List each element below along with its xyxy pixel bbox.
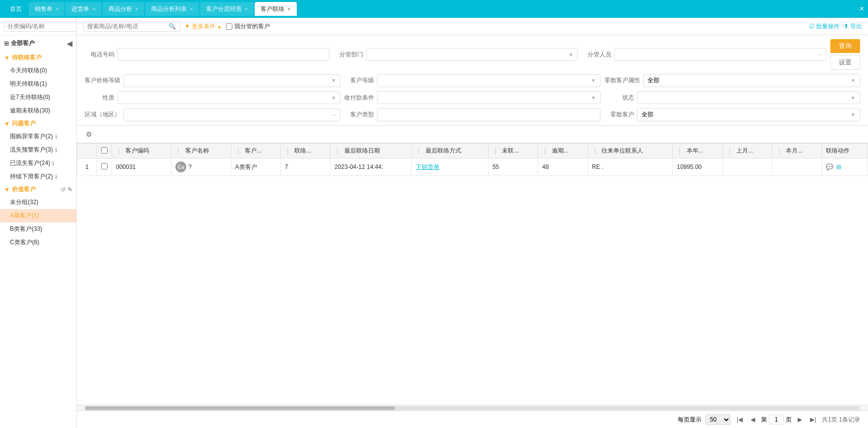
tab-sales[interactable]: 销售单 × [29, 2, 64, 16]
sidebar-item-a-class[interactable]: A类客户(1) [0, 209, 76, 222]
col-drag-code: ⋮ [116, 147, 122, 154]
all-customers-label: 全部客户 [11, 39, 35, 48]
sidebar-collapse-icon[interactable]: ◀ [67, 40, 72, 48]
sidebar-item-loss-warning[interactable]: 流失预警客户(3) ℹ [0, 143, 76, 157]
col-overdue-label: 逾期... [552, 147, 569, 154]
sidebar-item-overdue-contact[interactable]: 逾期未联络(30) [0, 104, 76, 117]
filter-phone: 电话号码 [85, 48, 329, 61]
col-drag-lmonth: ⋮ [727, 147, 733, 154]
price-level-input[interactable]: ▼ [123, 74, 340, 87]
export-btn[interactable]: ⬆ 导出 [844, 22, 862, 31]
sidebar-search-input[interactable] [4, 21, 77, 32]
sidebar-search-area: 🔍 [0, 18, 76, 35]
sidebar-section-pending[interactable]: ▼ 待联络客户 [0, 52, 76, 64]
row-checkbox-1[interactable] [97, 159, 112, 176]
dept-input[interactable]: ▼ [366, 48, 578, 61]
tab-product-analysis-close[interactable]: × [135, 6, 138, 12]
tab-product-analysis-list-label: 商品分析列表 [151, 5, 187, 13]
tab-product-analysis-list-close[interactable]: × [190, 6, 193, 12]
tab-product-analysis[interactable]: 商品分析 × [103, 2, 144, 16]
person-input[interactable]: ··· [614, 48, 826, 61]
tab-home[interactable]: 首页 [4, 2, 28, 16]
tab-customer-contact-close[interactable]: × [287, 6, 290, 12]
setting-button[interactable]: 设置 [830, 55, 860, 70]
qr-icon-1[interactable]: ⊞ [836, 163, 841, 170]
table-area[interactable]: ⋮ 客户编码 ⋮ 客户名称 ⋮ 客户... ⋮ [77, 143, 868, 405]
row-num-1: 1 [77, 159, 97, 176]
nature-input[interactable]: ▼ [117, 91, 340, 104]
my-customers-label: 我分管的客户 [234, 22, 270, 31]
sidebar-item-today[interactable]: 今天待联络(0) [0, 64, 76, 77]
tab-sales-close[interactable]: × [55, 6, 58, 12]
query-button[interactable]: 查询 [830, 39, 860, 53]
my-customers-checkbox[interactable] [226, 23, 232, 30]
batch-op-btn[interactable]: ☑ 批量操作 [809, 22, 840, 31]
select-all-checkbox[interactable] [101, 147, 108, 154]
sidebar-item-abnormal-stock[interactable]: 囤购异常客户(2) ℹ [0, 130, 76, 143]
tab-customer-tier-close[interactable]: × [245, 6, 248, 12]
tab-purchase[interactable]: 进货单 × [65, 2, 101, 16]
tab-product-analysis-list[interactable]: 商品分析列表 × [145, 2, 199, 16]
edit-icon[interactable]: ✎ [67, 186, 72, 193]
row-this-year-1: 10995.00 [673, 159, 722, 176]
status-input[interactable]: ▼ [637, 91, 860, 104]
filter-actions: 查询 设置 [830, 39, 860, 70]
sidebar-item-7days[interactable]: 近7天待联络(0) [0, 91, 76, 104]
chevron-icon: ▲ [217, 24, 222, 29]
sidebar-item-ungroup[interactable]: 未分组(32) [0, 196, 76, 209]
customer-level-input[interactable]: ▼ [377, 74, 600, 87]
tab-home-label: 首页 [10, 5, 22, 13]
page-last-btn[interactable]: ▶| [808, 415, 818, 424]
top-search-input[interactable] [87, 23, 166, 30]
sidebar-section-value[interactable]: ▼ 价值客户 ↺ ✎ [0, 183, 76, 196]
area-input[interactable]: ··· [123, 108, 340, 121]
sidebar-item-declining[interactable]: 持续下滑客户(2) ℹ [0, 170, 76, 183]
page-next-btn[interactable]: ▶ [796, 415, 804, 424]
col-num [77, 144, 97, 159]
dept-chevron: ▼ [568, 52, 573, 57]
export-label: 导出 [850, 22, 862, 31]
window-close-icon[interactable]: × [860, 4, 864, 13]
payment-input[interactable]: ▼ [377, 91, 600, 104]
refresh-icon[interactable]: ↺ [60, 186, 65, 193]
retail-attr-input[interactable]: 全部 ▼ [643, 74, 860, 87]
page-first-btn[interactable]: |◀ [735, 415, 745, 424]
row-select-1[interactable] [101, 163, 108, 169]
retail-attr-chevron: ▼ [851, 78, 856, 83]
phone-input[interactable] [117, 48, 329, 61]
tab-purchase-close[interactable]: × [92, 6, 95, 12]
page-prev-btn[interactable]: ◀ [749, 415, 757, 424]
sidebar-all-customers[interactable]: ⊞ 全部客户 ◀ [0, 35, 76, 52]
scrollbar-track [85, 406, 860, 410]
customer-type-label: 客户类型 [344, 110, 374, 119]
last-method-link-1[interactable]: 下销货单 [416, 163, 439, 170]
col-this-year: ⋮ 本年... [673, 144, 722, 159]
more-conditions-btn[interactable]: ▼ 更多条件 ▲ [184, 22, 222, 31]
person-dots: ··· [817, 51, 822, 58]
col-tmonth-label: 本月... [786, 147, 803, 154]
c-class-label: C类客户(6) [10, 238, 39, 247]
content-area: 🔍 ▼ 更多条件 ▲ 我分管的客户 ☑ 批量操作 ⬆ 导出 [77, 18, 868, 428]
customer-type-input[interactable] [377, 108, 600, 121]
retail-customer-input[interactable]: 全部 ▼ [637, 108, 860, 121]
chat-icon-1[interactable]: 💬 [826, 163, 833, 170]
tab-customer-tier[interactable]: 客户分层经营 × [200, 2, 254, 16]
horizontal-scrollbar[interactable] [77, 405, 868, 411]
per-page-select[interactable]: 50 100 200 [705, 414, 731, 425]
price-chevron: ▼ [331, 78, 336, 83]
table-settings-icon[interactable]: ⚙ [83, 129, 95, 140]
sidebar-item-b-class[interactable]: B类客户(33) [0, 222, 76, 236]
sidebar-item-c-class[interactable]: C类客户(6) [0, 236, 76, 249]
sidebar-item-tomorrow[interactable]: 明天待联络(1) [0, 77, 76, 91]
page-end-label: 页 [786, 416, 792, 424]
row-overdue-1: 48 [538, 159, 588, 176]
my-customers-checkbox-area[interactable]: 我分管的客户 [226, 22, 270, 31]
tab-customer-contact[interactable]: 客户联络 × [255, 2, 296, 16]
top-search-icon[interactable]: 🔍 [168, 23, 176, 30]
sidebar-item-lost[interactable]: 已流失客户(24) ℹ [0, 157, 76, 170]
col-name-label: 客户名称 [185, 147, 209, 154]
row-name-1: Ea? [171, 159, 231, 176]
page-input[interactable] [769, 415, 784, 425]
scrollbar-thumb[interactable] [85, 406, 395, 410]
sidebar-section-problem[interactable]: ▼ 问题客户 [0, 117, 76, 130]
